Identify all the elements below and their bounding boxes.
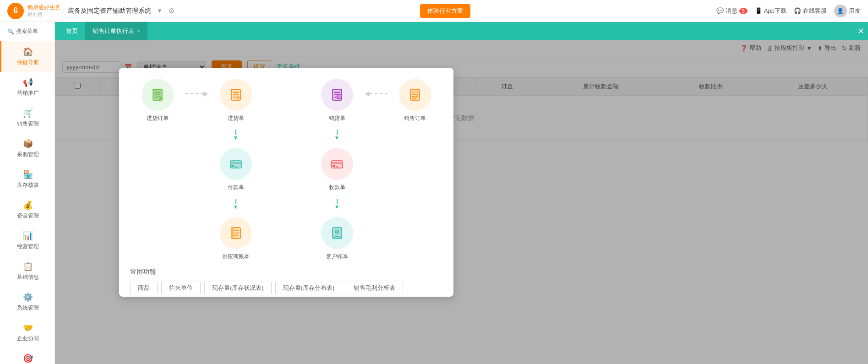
sidebar-item-basic[interactable]: 📋 基础信息	[0, 256, 55, 287]
download-icon: 📱	[755, 7, 762, 14]
common-btns: 商品 往来单位 现存量(库存状况表) 现存量(库存分布表) 销售毛利分析表 商品…	[130, 281, 442, 297]
sidebar-item-operation[interactable]: 📊 经营管理	[0, 225, 55, 256]
headset-icon: 🎧	[794, 7, 801, 14]
modal-overlay[interactable]: 进货订单 ▶	[55, 40, 868, 364]
collab-icon: 🤝	[23, 323, 33, 333]
logo-icon: 6	[7, 3, 24, 19]
message-icon: 💬	[716, 7, 724, 14]
content-area: 首页 销售订单执行表 × ✕ ❓ 帮助	[55, 22, 868, 364]
page-content: ❓ 帮助 🖨 按模板打印 ▼ ⬆ 导出 ↻ 刷新	[55, 40, 868, 364]
message-btn[interactable]: 💬 消息 5	[716, 7, 748, 15]
flow-row-3: 供应商账本	[130, 217, 442, 261]
flow-node-payment[interactable]: ¥ 付款单	[208, 148, 263, 191]
common-btn-goods[interactable]: 商品	[130, 281, 158, 295]
sidebar-item-system[interactable]: ⚙️ 系统管理	[0, 287, 55, 317]
sidebar-item-marketing[interactable]: 📢 营销推广	[0, 72, 55, 103]
sales-order-icon	[399, 79, 431, 111]
top-bar: 6 畅康通好生意 标准版 装备及固定资产辅助管理系统 ▼ ⚙ 体验行业方案 💬 …	[0, 0, 868, 22]
svg-rect-19	[231, 165, 234, 167]
arrow-down-payment: ▼	[208, 199, 263, 210]
tab-bar: 首页 销售订单执行表 × ✕	[55, 22, 868, 40]
common-section: 常用功能 商品 往来单位 现存量(库存状况表) 现存量(库存分布表) 销售毛利分…	[130, 268, 442, 297]
flow-node-purchase-order[interactable]: 进货订单	[130, 79, 185, 122]
logo-area: 6 畅康通好生意 标准版	[7, 3, 62, 19]
common-btn-sales-gross[interactable]: 销售毛利分析表	[346, 281, 403, 295]
svg-text:¥: ¥	[234, 165, 237, 169]
flow-node-supplier-ledger[interactable]: 供应商账本	[208, 217, 263, 261]
marketing-icon: 📢	[23, 77, 33, 87]
sidebar-item-quick-nav[interactable]: 🏠 快捷导航	[0, 41, 55, 72]
settings-icon[interactable]: ⚙	[168, 6, 175, 15]
search-icon: 🔍	[7, 28, 14, 35]
payment-icon: ¥	[220, 148, 252, 180]
sidebar: 🔍 搜索菜单 🏠 快捷导航 📢 营销推广 🛒 销售管理 📦 采购管理	[0, 22, 55, 364]
flow-node-purchase-bill[interactable]: 进货单	[208, 79, 263, 122]
sidebar-item-collab[interactable]: 🤝 企业协同	[0, 317, 55, 348]
tab-bar-wrapper: 首页 销售订单执行表 × ✕	[55, 22, 868, 40]
sidebar-search: 🔍 搜索菜单	[0, 22, 55, 41]
logo-text: 畅康通好生意 标准版	[27, 4, 60, 18]
supplier-ledger-label: 供应商账本	[222, 253, 250, 261]
common-title: 常用功能	[130, 268, 442, 276]
online-service-btn[interactable]: 🎧 在线客服	[794, 7, 827, 15]
tab-home[interactable]: 首页	[59, 22, 85, 40]
svg-rect-12	[337, 94, 342, 99]
supplier-ledger-icon	[220, 217, 252, 249]
modal-box: 进货订单 ▶	[119, 68, 453, 297]
purchase-order-icon	[142, 79, 174, 111]
sidebar-item-finance[interactable]: 💰 资金管理	[0, 195, 55, 225]
arrow-down-purchase-bill: ▼	[208, 130, 263, 141]
search-menu-btn[interactable]: 🔍 搜索菜单	[4, 26, 51, 37]
sales-order-label: 销售订单	[404, 114, 426, 122]
basic-icon: 📋	[23, 261, 33, 272]
arrow-left-1: ◀	[365, 90, 388, 97]
flow-node-customer-ledger[interactable]: 客户账本	[310, 217, 365, 261]
inventory-icon: 🏪	[23, 169, 33, 179]
purchase-order-label: 进货订单	[147, 114, 169, 122]
home-icon: 🏠	[23, 47, 33, 57]
flow-node-receipt[interactable]: ¥ 收款单	[310, 148, 365, 191]
payment-label: 付款单	[228, 184, 244, 191]
purchase-bill-label: 进货单	[228, 114, 244, 122]
sales-bill-icon	[321, 79, 353, 111]
app-wrapper: 6 畅康通好生意 标准版 装备及固定资产辅助管理系统 ▼ ⚙ 体验行业方案 💬 …	[0, 0, 868, 364]
system-icon: ⚙️	[23, 292, 33, 302]
flow-row-2: ¥ 付款单	[130, 148, 442, 191]
flow-row-1: 进货订单 ▶	[130, 79, 442, 122]
svg-rect-18	[230, 162, 241, 164]
arrows-down-row-2: ▼ ▼	[130, 199, 442, 210]
main-area: 🔍 搜索菜单 🏠 快捷导航 📢 营销推广 🛒 销售管理 📦 采购管理	[0, 22, 868, 364]
tab-sales-order[interactable]: 销售订单执行表 ×	[85, 22, 147, 40]
guide-icon: 🎯	[23, 353, 33, 364]
user-area[interactable]: 👤 用友	[834, 5, 861, 17]
customer-ledger-label: 客户账本	[326, 253, 348, 261]
customer-ledger-icon	[321, 217, 353, 249]
svg-point-31	[335, 230, 339, 234]
receipt-label: 收款单	[329, 184, 345, 191]
common-btn-partners[interactable]: 往来单位	[161, 281, 201, 295]
sidebar-item-sales[interactable]: 🛒 销售管理	[0, 103, 55, 133]
purchase-icon: 📦	[23, 139, 33, 149]
common-btn-stock-dist[interactable]: 现存量(库存分布表)	[275, 281, 343, 295]
tab-bar-close-btn[interactable]: ✕	[857, 26, 864, 36]
experience-btn[interactable]: 体验行业方案	[420, 4, 470, 18]
dropdown-arrow-icon[interactable]: ▼	[157, 7, 163, 14]
arrow-down-receipt: ▼	[310, 199, 365, 210]
sidebar-item-guide[interactable]: 🎯 新手引导	[0, 348, 55, 364]
finance-icon: 💰	[23, 200, 33, 210]
tab-close-icon[interactable]: ×	[137, 28, 140, 34]
receipt-icon: ¥	[321, 148, 353, 180]
sidebar-item-purchase[interactable]: 📦 采购管理	[0, 133, 55, 164]
avatar: 👤	[834, 5, 847, 17]
flow-section: 进货订单 ▶	[130, 79, 442, 261]
sales-icon: 🛒	[23, 108, 33, 118]
sidebar-item-inventory[interactable]: 🏪 库存核算	[0, 164, 55, 195]
svg-rect-26	[231, 228, 234, 239]
sales-bill-label: 销货单	[329, 114, 345, 122]
flow-node-sales-bill[interactable]: 销货单	[310, 79, 365, 122]
arrow-right-1: ▶	[185, 90, 208, 97]
purchase-bill-icon	[220, 79, 252, 111]
app-download-btn[interactable]: 📱 App下载	[755, 7, 786, 15]
common-btn-stock-status[interactable]: 现存量(库存状况表)	[204, 281, 272, 295]
flow-node-sales-order[interactable]: 销售订单	[388, 79, 442, 122]
